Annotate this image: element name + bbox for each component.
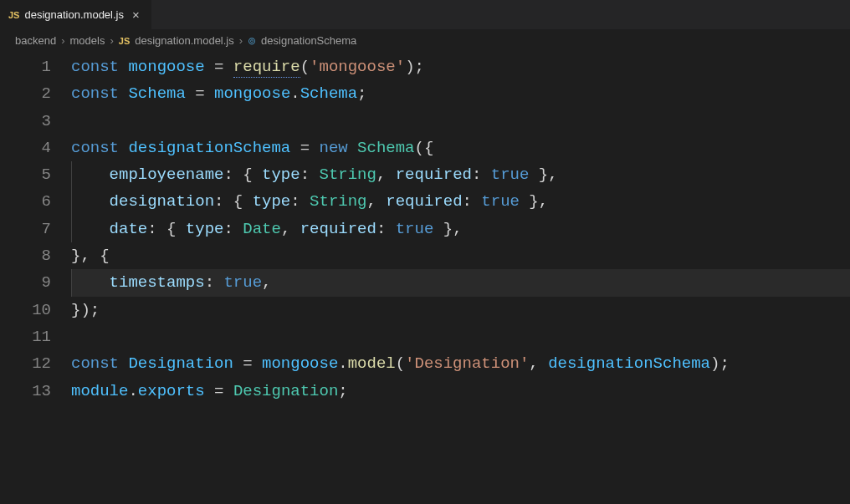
code-line[interactable]: }, { (71, 242, 850, 269)
line-number-gutter: 1 2 3 4 5 6 7 8 9 10 11 12 13 (0, 53, 71, 405)
line-number: 8 (0, 242, 51, 269)
line-number: 3 (0, 108, 51, 135)
code-line[interactable]: module.exports = Designation; (71, 378, 850, 405)
close-icon[interactable]: × (129, 8, 143, 22)
chevron-right-icon: › (61, 34, 64, 47)
line-number: 11 (0, 323, 51, 350)
chevron-right-icon: › (239, 34, 243, 47)
breadcrumb-segment-models[interactable]: models (70, 34, 105, 47)
line-number: 1 (0, 53, 51, 80)
code-line[interactable]: date: { type: Date, required: true }, (71, 216, 850, 242)
line-number: 13 (0, 378, 51, 405)
js-file-icon: JS (119, 36, 130, 46)
code-line[interactable]: timestamps: true, (71, 269, 850, 296)
breadcrumb: backend › models › JS designation.model.… (0, 29, 850, 52)
code-line[interactable]: designation: { type: String, required: t… (71, 188, 850, 215)
tab-designation-model[interactable]: JS designation.model.js × (0, 0, 152, 29)
breadcrumb-segment-backend[interactable]: backend (15, 34, 56, 47)
symbol-icon: ⊚ (248, 35, 256, 47)
line-number: 12 (0, 350, 51, 377)
line-number: 7 (0, 216, 51, 242)
breadcrumb-segment-symbol[interactable]: designationSchema (261, 34, 356, 47)
code-line[interactable]: const Schema = mongoose.Schema; (71, 80, 850, 107)
code-line[interactable] (71, 108, 850, 135)
chevron-right-icon: › (110, 34, 113, 47)
code-line[interactable]: employeename: { type: String, required: … (71, 161, 850, 188)
line-number: 2 (0, 80, 51, 107)
tab-title: designation.model.js (24, 8, 124, 21)
code-line[interactable]: const designationSchema = new Schema({ (71, 135, 850, 161)
code-line[interactable] (71, 323, 850, 350)
line-number: 6 (0, 188, 51, 215)
code-editor[interactable]: 1 2 3 4 5 6 7 8 9 10 11 12 13 const mong… (0, 52, 850, 405)
code-line[interactable]: }); (71, 297, 850, 323)
code-line[interactable]: const Designation = mongoose.model('Desi… (71, 350, 850, 377)
line-number: 5 (0, 161, 51, 188)
code-line[interactable]: const mongoose = require('mongoose'); (71, 53, 850, 80)
breadcrumb-segment-file[interactable]: designation.model.js (135, 34, 234, 47)
line-number: 4 (0, 135, 51, 161)
line-number: 9 (0, 269, 51, 296)
js-file-icon: JS (8, 10, 19, 20)
code-area[interactable]: const mongoose = require('mongoose'); co… (71, 53, 850, 405)
tab-bar: JS designation.model.js × (0, 0, 850, 29)
line-number: 10 (0, 297, 51, 323)
